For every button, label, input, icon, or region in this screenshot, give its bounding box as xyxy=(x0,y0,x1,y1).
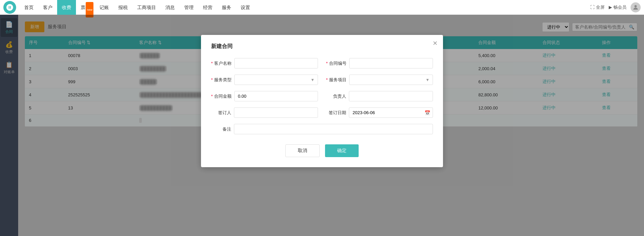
form-row-1: 客户名称 合同编号 xyxy=(211,58,433,68)
fullscreen-icon: ⛶ xyxy=(590,5,595,10)
form-row-3: 合同金额 负责人 xyxy=(211,91,433,101)
customer-name-field: 客户名称 xyxy=(211,58,318,68)
service-item-select-wrap: ▼ xyxy=(349,75,433,85)
service-type-select-wrap: ▼ xyxy=(234,75,318,85)
nav-right: ⛶ 全屏 ▶ 畅会员 xyxy=(590,2,641,12)
sign-date-label: 签订日期 xyxy=(326,110,346,116)
nav-operation[interactable]: 经营 xyxy=(198,0,217,15)
notes-field: 备注 xyxy=(211,124,433,134)
avatar[interactable] xyxy=(631,2,641,12)
nav-service[interactable]: 服务 xyxy=(217,0,236,15)
service-item-select[interactable] xyxy=(349,75,433,85)
signer-input[interactable] xyxy=(234,107,318,118)
service-type-select[interactable] xyxy=(234,75,318,85)
nav-customer[interactable]: 客户 xyxy=(38,0,57,15)
nav-invoice[interactable]: 票据 new xyxy=(76,0,95,15)
form-row-4: 签订人 签订日期 📅 xyxy=(211,107,433,118)
nav-message[interactable]: 消息 xyxy=(161,0,179,15)
cancel-button[interactable]: 取消 xyxy=(285,144,320,157)
contract-amount-label: 合同金额 xyxy=(211,93,232,99)
service-type-label: 服务类型 xyxy=(211,77,232,83)
signer-label: 签订人 xyxy=(211,110,231,116)
nav-home[interactable]: 首页 xyxy=(19,0,38,15)
service-type-field: 服务类型 ▼ xyxy=(211,75,318,85)
service-item-field: 服务项目 ▼ xyxy=(326,75,433,85)
notes-label: 备注 xyxy=(211,126,231,132)
modal-title: 新建合同 xyxy=(211,43,433,50)
logo[interactable] xyxy=(3,1,16,14)
nav-business[interactable]: 工商项目 xyxy=(132,0,161,15)
responsible-person-input[interactable] xyxy=(349,91,433,101)
confirm-button[interactable]: 确定 xyxy=(325,144,359,157)
nav-tax[interactable]: 报税 xyxy=(114,0,132,15)
contract-no-field: 合同编号 xyxy=(326,58,433,68)
member-icon: ▶ xyxy=(609,5,612,10)
fullscreen-button[interactable]: ⛶ 全屏 xyxy=(590,4,605,10)
modal-footer: 取消 确定 xyxy=(211,144,433,157)
sign-date-input[interactable] xyxy=(349,107,433,118)
modal-close-button[interactable]: ✕ xyxy=(433,40,438,46)
nav-accounting[interactable]: 记账 xyxy=(95,0,114,15)
contract-no-label: 合同编号 xyxy=(326,60,347,66)
contract-amount-input[interactable] xyxy=(234,91,318,101)
responsible-person-field: 负责人 xyxy=(326,91,433,101)
responsible-person-label: 负责人 xyxy=(326,93,346,99)
member-button[interactable]: ▶ 畅会员 xyxy=(609,4,627,10)
nav-settings[interactable]: 设置 xyxy=(236,0,255,15)
sign-date-field: 签订日期 📅 xyxy=(326,107,433,118)
modal-overlay: 新建合同 ✕ 客户名称 合同编号 服务类型 ▼ 服务项目 xyxy=(0,15,644,236)
top-nav: 首页 客户 收费 票据 new 记账 报税 工商项目 消息 管理 经营 服务 设… xyxy=(0,0,644,15)
notes-input[interactable] xyxy=(234,124,433,134)
form-row-2: 服务类型 ▼ 服务项目 ▼ xyxy=(211,75,433,85)
sign-date-input-wrap: 📅 xyxy=(349,107,433,118)
svg-point-0 xyxy=(635,5,637,7)
contract-no-input[interactable] xyxy=(349,58,433,68)
contract-amount-field: 合同金额 xyxy=(211,91,318,101)
form-row-5: 备注 xyxy=(211,124,433,134)
customer-name-label: 客户名称 xyxy=(211,60,232,66)
service-item-label: 服务项目 xyxy=(326,77,347,83)
nav-manage[interactable]: 管理 xyxy=(179,0,198,15)
new-contract-modal: 新建合同 ✕ 客户名称 合同编号 服务类型 ▼ 服务项目 xyxy=(201,35,443,167)
nav-billing[interactable]: 收费 xyxy=(57,0,76,15)
nav-items: 首页 客户 收费 票据 new 记账 报税 工商项目 消息 管理 经营 服务 设… xyxy=(19,0,590,15)
signer-field: 签订人 xyxy=(211,107,318,118)
customer-name-input[interactable] xyxy=(234,58,318,68)
calendar-icon[interactable]: 📅 xyxy=(425,110,430,115)
